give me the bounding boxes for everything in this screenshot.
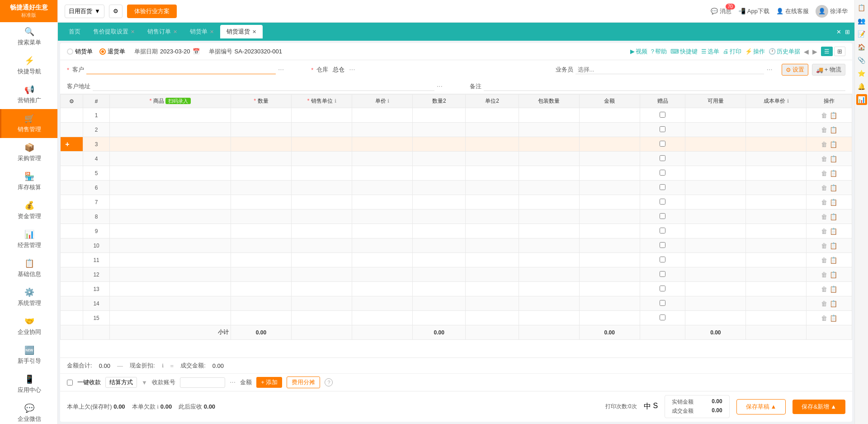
warehouse-select-icon[interactable]: ··· — [349, 66, 355, 74]
save-draft-button[interactable]: 保存草稿 ▲ — [736, 399, 786, 414]
tab-price-settings[interactable]: 售价提取设置 ✕ — [87, 25, 141, 38]
qty2-cell[interactable] — [413, 311, 466, 325]
add-payment-btn[interactable]: + 添加 — [256, 377, 282, 388]
price-cell[interactable] — [352, 224, 413, 238]
gift-checkbox[interactable] — [660, 257, 665, 262]
unit2-cell[interactable] — [466, 282, 519, 296]
available-cell[interactable] — [685, 152, 746, 166]
sidebar-item-basic[interactable]: 📋 基础信息 — [0, 254, 57, 283]
pack-qty-cell[interactable] — [519, 181, 579, 195]
pack-qty-cell[interactable] — [519, 224, 579, 238]
gift-cell[interactable] — [640, 152, 685, 166]
pack-qty-cell[interactable] — [519, 253, 579, 267]
amount-cell[interactable] — [579, 166, 640, 181]
qty2-cell[interactable] — [413, 108, 466, 123]
price-cell[interactable] — [352, 238, 413, 253]
gift-cell[interactable] — [640, 296, 685, 311]
dropdown-arrow-icon[interactable]: ▲ — [771, 403, 777, 410]
cost-cell[interactable] — [746, 311, 807, 325]
row-gear-cell[interactable] — [61, 166, 83, 181]
copy-row-btn[interactable]: 📋 — [830, 126, 837, 133]
row-gear-cell[interactable] — [61, 152, 83, 166]
qty-cell[interactable] — [231, 181, 292, 195]
gift-checkbox[interactable] — [660, 286, 665, 291]
gift-cell[interactable] — [640, 311, 685, 325]
amount-cell[interactable] — [579, 195, 640, 210]
print-btn[interactable]: 🖨 打印 — [723, 48, 741, 56]
unit2-cell[interactable] — [466, 166, 519, 181]
account-no-input[interactable] — [180, 377, 225, 388]
pack-qty-cell[interactable] — [519, 210, 579, 224]
available-cell[interactable] — [685, 137, 746, 152]
pack-qty-cell[interactable] — [519, 195, 579, 210]
cost-cell[interactable] — [746, 282, 807, 296]
right-icon-2[interactable]: 👥 — [856, 15, 867, 26]
select-btn[interactable]: ☰ 选单 — [701, 48, 719, 56]
available-cell[interactable] — [685, 181, 746, 195]
row-gear-cell[interactable] — [61, 253, 83, 267]
help-btn[interactable]: ? 帮助 — [651, 48, 667, 56]
copy-row-btn[interactable]: 📋 — [830, 314, 837, 322]
available-cell[interactable] — [685, 123, 746, 137]
logistics-side-btn[interactable]: 🚚 + 物流 — [812, 64, 845, 76]
unit-cell[interactable] — [292, 267, 352, 282]
copy-row-btn[interactable]: 📋 — [830, 112, 837, 119]
delete-row-btn[interactable]: 🗑 — [821, 314, 827, 322]
product-input[interactable] — [112, 256, 229, 264]
unit-cell[interactable] — [292, 123, 352, 137]
sidebar-item-purchase[interactable]: 📦 采购管理 — [0, 138, 57, 167]
product-input-cell[interactable] — [109, 311, 231, 325]
delete-row-btn[interactable]: 🗑 — [821, 257, 827, 264]
qty-cell[interactable] — [231, 108, 292, 123]
price-cell[interactable] — [352, 152, 413, 166]
pack-qty-cell[interactable] — [519, 267, 579, 282]
gift-checkbox[interactable] — [660, 199, 665, 205]
product-input-cell[interactable] — [109, 181, 231, 195]
right-icon-1[interactable]: 📋 — [856, 2, 867, 13]
right-icon-8[interactable]: 📊 — [856, 94, 867, 105]
qty2-cell[interactable] — [413, 195, 466, 210]
pack-qty-cell[interactable] — [519, 123, 579, 137]
industry-select[interactable]: 日用百货 ▼ — [65, 5, 104, 18]
delete-row-btn[interactable]: 🗑 — [821, 126, 827, 133]
shortcut-btn[interactable]: ⌨ 快捷键 — [670, 48, 698, 56]
price-cell[interactable] — [352, 195, 413, 210]
tab-close-sales-delivery[interactable]: ✕ — [210, 29, 214, 35]
qty2-cell[interactable] — [413, 253, 466, 267]
qty-cell[interactable] — [231, 253, 292, 267]
sidebar-item-sales[interactable]: 🛒 销售管理 — [0, 109, 57, 138]
product-input-cell[interactable] — [109, 123, 231, 137]
sidebar-item-marketing[interactable]: 📢 营销推广 — [0, 80, 57, 109]
qty2-cell[interactable] — [413, 296, 466, 311]
copy-row-btn[interactable]: 📋 — [830, 271, 837, 278]
delete-row-btn[interactable]: 🗑 — [821, 155, 827, 162]
unit-cell[interactable] — [292, 296, 352, 311]
unit2-cell[interactable] — [466, 137, 519, 152]
product-input[interactable] — [112, 285, 229, 293]
available-cell[interactable] — [685, 253, 746, 267]
gift-checkbox[interactable] — [660, 242, 665, 248]
user-menu[interactable]: 👤 徐泽华 — [816, 5, 848, 18]
price-cell[interactable] — [352, 253, 413, 267]
account-select-icon[interactable]: ··· — [230, 378, 236, 386]
row-gear-cell[interactable] — [61, 296, 83, 311]
pack-qty-cell[interactable] — [519, 166, 579, 181]
copy-row-btn[interactable]: 📋 — [830, 286, 837, 293]
unit2-cell[interactable] — [466, 238, 519, 253]
qty2-cell[interactable] — [413, 267, 466, 282]
product-input[interactable] — [112, 111, 229, 119]
salesperson-input[interactable] — [576, 65, 764, 74]
amount-cell[interactable] — [579, 123, 640, 137]
amount-cell[interactable] — [579, 296, 640, 311]
price-cell[interactable] — [352, 282, 413, 296]
right-icon-7[interactable]: 🔔 — [856, 81, 867, 92]
product-input[interactable] — [112, 227, 229, 235]
one-click-payment-checkbox[interactable] — [67, 380, 73, 386]
unit2-cell[interactable] — [466, 195, 519, 210]
product-input-cell[interactable] — [109, 195, 231, 210]
available-cell[interactable] — [685, 296, 746, 311]
unit2-cell[interactable] — [466, 311, 519, 325]
unit2-cell[interactable] — [466, 253, 519, 267]
sidebar-item-operations[interactable]: 📊 经营管理 — [0, 225, 57, 254]
gift-checkbox[interactable] — [660, 170, 665, 176]
